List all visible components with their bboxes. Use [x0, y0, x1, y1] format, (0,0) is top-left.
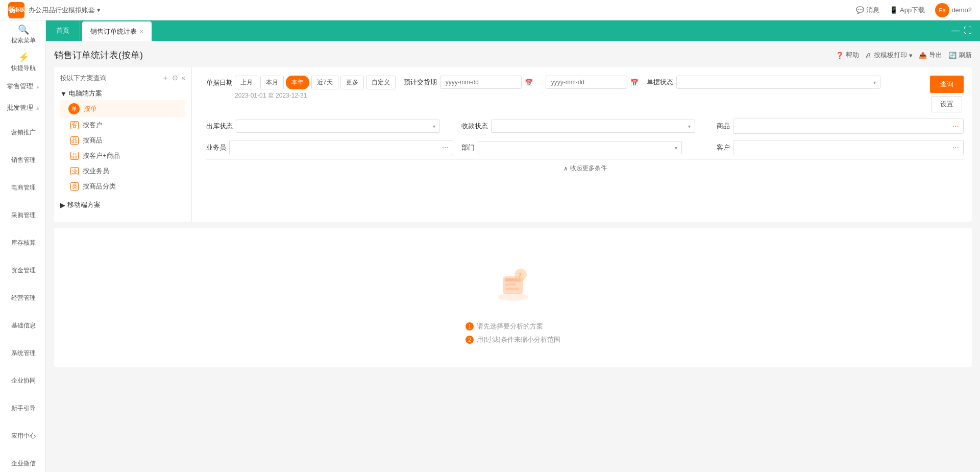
tab-home[interactable]: 首页 [46, 20, 80, 41]
ship-status-select[interactable] [236, 120, 439, 132]
customer-more-icon[interactable]: ··· [952, 143, 959, 152]
sidebar-label-system: 系统管理 [11, 349, 36, 358]
product-label: 商品 [717, 122, 730, 131]
tab-sales-stats[interactable]: 销售订单统计表 × [82, 21, 152, 42]
setting-button[interactable]: 设置 [932, 96, 962, 112]
add-scheme-icon[interactable]: ＋ [162, 74, 169, 83]
page-title: 销售订单统计表(按单) [54, 49, 143, 61]
dept-select[interactable] [478, 141, 681, 154]
scheme-item-by-salesperson[interactable]: 业 按业务员 [60, 163, 185, 179]
sidebar-item-wechat[interactable]: 企业微信 [0, 450, 45, 472]
scheme-group-desktop-title[interactable]: ▼ 电脑端方案 [60, 87, 185, 100]
collapse-icon: ∧ [564, 165, 568, 172]
message-button[interactable]: 💬 消息 [856, 6, 879, 15]
sidebar-item-ecommerce[interactable]: 电商管理 [0, 174, 45, 201]
print-button[interactable]: 🖨 按模板打印 ▾ [865, 51, 913, 60]
expected-date-to-input[interactable] [546, 76, 627, 89]
sidebar-item-wholesale[interactable]: 批发管理 ▲ [0, 97, 45, 119]
collect-status-select[interactable] [492, 120, 695, 132]
filter-row-1: 单据日期 上月 本月 本年 近7天 更多 自定义 20 [206, 76, 964, 112]
tab-close-icon[interactable]: × [140, 28, 143, 35]
scheme-group-desktop: ▼ 电脑端方案 单 按单 客 按客户 [60, 87, 185, 194]
salesperson-input-wrap[interactable]: ··· [229, 140, 453, 155]
salesperson-group: 业务员 ··· [206, 140, 453, 155]
scheme-item-by-customer-product[interactable]: 品 按客户+商品 [60, 148, 185, 163]
sidebar-item-inventory[interactable]: 库存核算 [0, 229, 45, 256]
expected-date-group: 预计交货期 📅 — 📅 [404, 76, 639, 89]
sidebar-item-newbie[interactable]: 新手引导 [0, 394, 45, 422]
sidebar-label-purchase: 采购管理 [11, 211, 36, 220]
order-status-select[interactable] [677, 76, 880, 88]
refresh-button[interactable]: 🔄 刷新 [948, 51, 972, 60]
expected-date-label: 预计交货期 [404, 78, 437, 87]
product-input-wrap[interactable]: ··· [733, 119, 964, 134]
sidebar-quick-nav[interactable]: ⚡ 快捷导航 [0, 48, 45, 76]
scheme-item-by-order[interactable]: 单 按单 [60, 100, 185, 117]
refresh-icon: 🔄 [948, 52, 957, 59]
sidebar-item-sales[interactable]: 销售管理 [0, 146, 45, 174]
calendar-to-icon[interactable]: 📅 [630, 79, 639, 86]
nav-icon: ⚡ [18, 52, 29, 63]
sidebar-item-enterprise[interactable]: 企业协同 [0, 367, 45, 394]
top-bar-right: 💬 消息 📱 App下载 Ea demo2 [856, 3, 972, 17]
ship-status-label: 出库状态 [206, 122, 233, 131]
expected-date-from-input[interactable] [440, 76, 522, 89]
settings-scheme-icon[interactable]: ⊙ [172, 74, 178, 83]
scheme-item-by-customer[interactable]: 客 按客户 [60, 117, 185, 133]
sidebar-item-finance[interactable]: 资金管理 [0, 256, 45, 284]
sidebar-item-appcenter[interactable]: 应用中心 [0, 422, 45, 450]
export-button[interactable]: 📤 导出 [919, 51, 942, 60]
customer-input-wrap[interactable]: ··· [733, 140, 964, 155]
collapse-row[interactable]: ∧ 收起更多条件 [206, 159, 964, 173]
date-btn-last-month[interactable]: 上月 [235, 76, 258, 89]
search-icon: 🔍 [18, 24, 29, 35]
filter-right-area: 单据日期 上月 本月 本年 近7天 更多 自定义 20 [198, 67, 972, 222]
date-btn-7days[interactable]: 近7天 [311, 76, 338, 89]
help-button[interactable]: ❓ 帮助 [836, 51, 859, 60]
app-container: 畅 标版 办公用品行业模拟账套 ▾ 💬 消息 📱 App下载 Ea demo2 [0, 0, 980, 472]
customer-label: 客户 [717, 143, 730, 152]
product-group: 商品 ··· [717, 119, 964, 134]
sidebar-item-purchase[interactable]: 采购管理 [0, 201, 45, 229]
sidebar-item-marketing[interactable]: 营销推广 [0, 119, 45, 146]
date-filter-group: 单据日期 上月 本月 本年 近7天 更多 自定义 20 [206, 76, 396, 100]
product-more-icon[interactable]: ··· [952, 122, 959, 131]
sidebar-item-retail[interactable]: 零售管理 ▲ [0, 76, 45, 97]
print-icon: 🖨 [865, 52, 872, 59]
window-minimize-icon[interactable]: — [951, 26, 960, 35]
user-menu[interactable]: Ea demo2 [935, 3, 972, 17]
scheme-item-by-product[interactable]: 品 按商品 [60, 133, 185, 148]
date-btn-more[interactable]: 更多 [340, 76, 364, 89]
filter-row-2: 出库状态 ▾ [206, 119, 964, 134]
date-btn-custom[interactable]: 自定义 [366, 76, 396, 89]
calendar-from-icon[interactable]: 📅 [525, 79, 533, 86]
scheme-item-by-category[interactable]: 类 按商品分类 [60, 179, 185, 194]
empty-tip-1: 1 请先选择要分析的方案 [465, 320, 560, 333]
date-btn-this-month[interactable]: 本月 [260, 76, 284, 89]
scheme-group-mobile: ▶ 移动端方案 [60, 198, 185, 211]
date-btn-this-year[interactable]: 本年 [286, 76, 309, 89]
sidebar-item-basic[interactable]: 基础信息 [0, 312, 45, 339]
page-inner: 销售订单统计表(按单) ❓ 帮助 🖨 按模板打印 ▾ [46, 41, 980, 375]
sidebar-label-marketing: 营销推广 [11, 128, 36, 137]
salesperson-more-icon[interactable]: ··· [442, 143, 449, 152]
download-icon: 📱 [890, 6, 898, 14]
query-button[interactable]: 查询 [930, 76, 964, 93]
filter-container: 按以下方案查询 ＋ ⊙ « ▼ [54, 67, 972, 222]
sidebar-item-operation[interactable]: 经营管理 [0, 284, 45, 312]
scheme-group-mobile-title[interactable]: ▶ 移动端方案 [60, 198, 185, 211]
collapse-scheme-icon[interactable]: « [181, 74, 185, 83]
left-sidebar: 🔍 搜索菜单 ⚡ 快捷导航 零售管理 ▲ 批发管理 ▲ 营销推广 销售管理 [0, 20, 46, 472]
sidebar-item-system[interactable]: 系统管理 [0, 339, 45, 367]
collect-status-select-wrap: ▾ [491, 120, 695, 133]
scheme-square-icon: 品 [70, 152, 79, 160]
window-maximize-icon[interactable]: ⛶ [964, 26, 972, 35]
sidebar-label-enterprise: 企业协同 [11, 376, 36, 385]
sidebar-search[interactable]: 🔍 搜索菜单 [0, 20, 45, 48]
order-status-group: 单据状态 ▾ [647, 76, 922, 89]
app-select[interactable]: 办公用品行业模拟账套 ▾ [29, 6, 101, 15]
filter-row-3: 业务员 ··· 部门 [206, 140, 964, 155]
scheme-square-icon: 品 [70, 136, 79, 145]
chevron-up-icon: ▲ [35, 105, 40, 111]
app-download-button[interactable]: 📱 App下载 [890, 6, 925, 15]
